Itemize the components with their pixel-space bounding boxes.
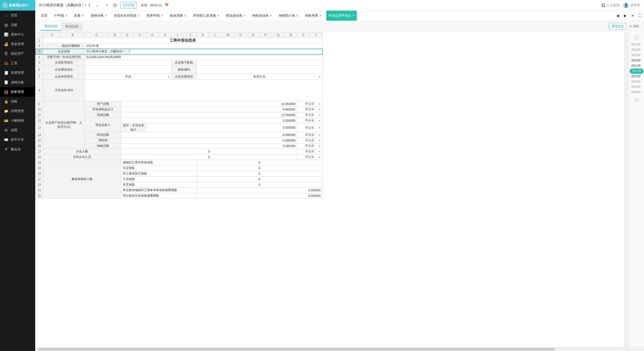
sidebar-item-psi[interactable]: 📑进销台账 <box>0 78 35 87</box>
close-icon[interactable]: ✕ <box>161 14 163 17</box>
sidebar-item-salary[interactable]: 💼工资 <box>0 58 35 68</box>
col-header[interactable]: S <box>297 32 310 38</box>
year-2018年[interactable]: 2018年 <box>630 47 643 53</box>
row-header[interactable]: 3 <box>35 49 43 54</box>
row-header[interactable]: 15 <box>35 138 43 143</box>
cell-value[interactable] <box>85 60 171 65</box>
col-header[interactable]: C <box>85 32 108 38</box>
col-header[interactable]: O <box>247 32 259 38</box>
row-header[interactable]: 22 <box>35 177 43 182</box>
cell-value[interactable]: -4.000000 <box>121 132 297 138</box>
row-header[interactable]: 1 <box>35 38 43 43</box>
year-down-icon[interactable]: ﹀ <box>634 97 640 103</box>
cell-value[interactable]: 0 <box>196 171 322 177</box>
year-2026年[interactable]: 2026年 <box>630 90 643 95</box>
cell-value[interactable]: 0 <box>196 160 322 165</box>
sidebar-item-vip[interactable]: ∇畅会员 <box>0 145 35 154</box>
cell-value[interactable]: 9.992000 <box>121 107 297 112</box>
col-header[interactable]: K <box>196 32 209 38</box>
account-dropdown-icon[interactable]: ⌄ <box>93 3 102 8</box>
cell-value[interactable] <box>85 65 171 74</box>
cell-dropdown[interactable]: 不公示 <box>297 101 322 107</box>
gear-icon[interactable] <box>112 3 118 8</box>
row-header[interactable]: 7 <box>35 74 43 80</box>
subtab-other[interactable]: 其他信息 <box>61 23 83 30</box>
close-icon[interactable]: ✕ <box>138 14 140 17</box>
close-icon[interactable]: ✕ <box>352 14 355 17</box>
sidebar-item-close[interactable]: 🔒结账 <box>0 97 35 106</box>
cell-dropdown[interactable]: 不公示 <box>297 118 322 123</box>
year-2024年[interactable]: 2024年 <box>630 79 643 84</box>
calendar-icon[interactable]: 📅 <box>165 3 169 7</box>
sidebar-item-tax[interactable]: 🧮税务管理 <box>0 87 35 97</box>
cell-value[interactable]: 刘小艳演示账套（勿删勿动！）1 <box>85 49 322 54</box>
cell-dropdown[interactable]: 不公示 <box>297 132 322 138</box>
col-header[interactable]: Q <box>272 32 285 38</box>
tab-纳税波动表[interactable]: 纳税波动表✕ <box>250 11 274 21</box>
cell-dropdown[interactable]: 不公示 <box>297 138 322 143</box>
cell-value[interactable]: 2022年度 <box>85 43 322 49</box>
cell-value[interactable]: 0.000000 <box>146 123 297 132</box>
vertical-scrollbar[interactable] <box>624 32 629 347</box>
row-header[interactable]: 14 <box>35 132 43 138</box>
year-2023年[interactable]: 2023年 <box>630 74 643 79</box>
col-header[interactable]: T <box>310 32 322 38</box>
tab-存货别名对照表[interactable]: 存货别名对照表✕ <box>112 11 142 21</box>
cell-value[interactable]: -4.000000 <box>121 138 297 143</box>
cell-dropdown[interactable]: 开业 <box>85 74 171 80</box>
tab-所得税汇算清缴[interactable]: 所得税汇算清缴✕ <box>191 11 221 21</box>
col-header[interactable] <box>35 32 43 38</box>
row-header[interactable]: 25 <box>35 193 43 199</box>
col-header[interactable]: G <box>146 32 159 38</box>
cell-value[interactable]: 0.000000 <box>121 143 297 149</box>
tab-首页[interactable]: 首页 <box>39 11 50 21</box>
row-header[interactable]: 13 <box>35 123 43 132</box>
close-icon[interactable]: ✕ <box>270 14 272 17</box>
cell-value[interactable]: 91320811MA7NGR2W6R <box>85 54 322 60</box>
col-header[interactable]: J <box>184 32 196 38</box>
cell-dropdown[interactable]: 不公示 <box>297 123 322 132</box>
spreadsheet[interactable]: ABCDEFGHIJKLMNOPQRST1工商年报信息表2税款所属期间：2022… <box>35 32 624 347</box>
close-icon[interactable]: ✕ <box>243 14 246 17</box>
refresh-button[interactable]: ↻ 刷新 <box>629 24 639 28</box>
col-header[interactable]: E <box>121 32 134 38</box>
year-up-icon[interactable]: ︿ <box>634 34 640 40</box>
cell-dropdown[interactable]: 私营企业 <box>196 74 322 80</box>
cell-value[interactable]: 18.050000 <box>121 101 297 107</box>
year-2022年[interactable]: 2022年 <box>630 68 643 74</box>
add-icon[interactable]: ＋ <box>104 3 110 8</box>
consult-link[interactable]: 🎧 人工咨询 <box>601 3 619 8</box>
sidebar-item-report[interactable]: 📊报表中心 <box>0 30 35 39</box>
close-icon[interactable]: ✕ <box>184 14 186 17</box>
close-icon[interactable]: ✕ <box>296 14 299 17</box>
sidebar-item-guide[interactable]: 📖新手引导 <box>0 135 35 145</box>
cell-dropdown[interactable]: 不公示 <box>297 149 322 154</box>
col-header[interactable]: N <box>234 32 247 38</box>
close-icon[interactable]: ✕ <box>319 14 322 17</box>
tab-发票[interactable]: 发票✕ <box>72 11 86 21</box>
col-header[interactable]: M <box>222 32 234 38</box>
cell-value[interactable]: 0.000000 <box>196 193 322 199</box>
tab-年报信息申报表[interactable]: 年报信息申报表✕ <box>326 11 357 21</box>
year-2019年[interactable]: 2019年 <box>630 53 643 58</box>
year-2017年[interactable]: 2017年 <box>630 42 643 47</box>
year-2021年[interactable]: 2021年 <box>630 63 643 68</box>
tab-next-icon[interactable]: ▶ <box>621 12 629 19</box>
close-icon[interactable]: ✕ <box>65 14 67 17</box>
close-icon[interactable]: ✕ <box>82 14 84 17</box>
row-header[interactable]: 9 <box>35 101 43 107</box>
cell-value[interactable]: 0 <box>196 177 322 182</box>
cell-dropdown[interactable]: 不公示 <box>297 143 322 149</box>
sidebar-item-invoice[interactable]: 🧾发票管理 <box>0 68 35 78</box>
row-header[interactable]: 18 <box>35 154 43 160</box>
tab-进销台账[interactable]: 进销台账✕ <box>89 11 109 21</box>
row-header[interactable]: 11 <box>35 112 43 118</box>
col-header[interactable]: L <box>209 32 222 38</box>
col-header[interactable]: R <box>285 32 297 38</box>
tab-申报[interactable]: ↻申报✕ <box>52 11 69 21</box>
subtab-basic[interactable]: 基础信息 <box>40 22 61 30</box>
fullscreen-icon[interactable]: ⛶ <box>636 12 644 19</box>
sidebar-item-ledger[interactable]: ▤总账 <box>0 20 35 30</box>
row-header[interactable]: 10 <box>35 107 43 112</box>
sidebar-item-archive[interactable]: 📁归档管理 <box>0 106 35 116</box>
